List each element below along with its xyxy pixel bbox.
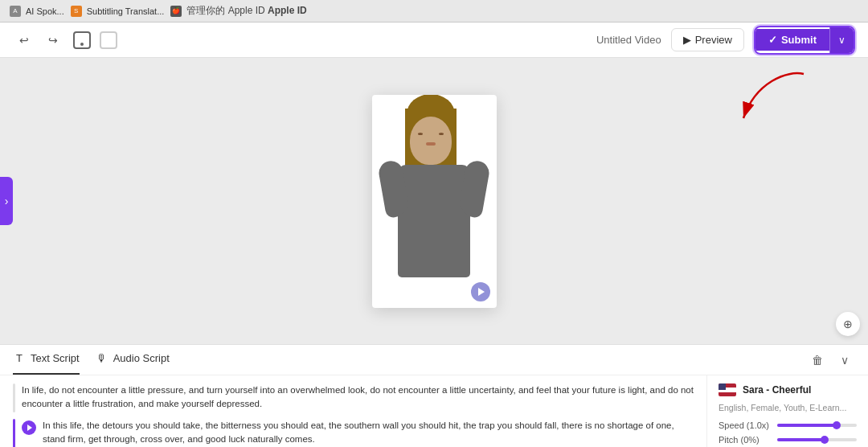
us-flag-icon <box>719 383 736 396</box>
main-area: ⊕ T Text Script 🎙 Audio Script 🗑 ∨ <box>0 58 868 447</box>
browser-tab-subtitle[interactable]: S Subtitling Translat... <box>71 6 165 17</box>
submit-button-group: ✓ Submit ∨ <box>754 26 855 55</box>
submit-dropdown-button[interactable]: ∨ <box>829 27 854 53</box>
speed-slider-thumb[interactable] <box>833 421 841 429</box>
tab-label-subtitle: Subtitling Translat... <box>87 6 165 16</box>
video-frame <box>372 95 497 308</box>
audio-script-label: Audio Script <box>113 352 170 364</box>
tab-text-script[interactable]: T Text Script <box>13 345 80 375</box>
speed-slider-track[interactable] <box>777 424 857 427</box>
script-line-indicator-1 <box>13 383 15 412</box>
voice-panel: Sara - Cheerful English, Female, Youth, … <box>707 375 868 447</box>
toolbar-right: Untitled Video ▶ Preview ✓ Submit ∨ <box>596 26 855 55</box>
submit-label: Submit <box>781 34 817 46</box>
pitch-slider-thumb[interactable] <box>821 436 829 444</box>
toolbar-left: ↩ ↪ <box>13 29 117 51</box>
script-text-area: In life, do not encounter a little press… <box>0 375 707 447</box>
submit-check-icon: ✓ <box>768 34 777 46</box>
tab-label-ai: AI Spok... <box>26 6 64 16</box>
zoom-icon: ⊕ <box>843 318 853 330</box>
avatar-head <box>410 117 452 165</box>
delete-script-button[interactable]: 🗑 <box>807 350 828 371</box>
play-line-2-button[interactable] <box>22 420 36 435</box>
preview-button[interactable]: ▶ Preview <box>671 28 744 51</box>
video-title: Untitled Video <box>596 34 661 46</box>
tab-audio-script[interactable]: 🎙 Audio Script <box>96 345 170 375</box>
redo-button[interactable]: ↪ <box>42 29 64 51</box>
pitch-slider-track[interactable] <box>777 438 857 441</box>
mobile-view-button[interactable] <box>71 29 93 51</box>
script-content: In life, do not encounter a little press… <box>0 375 868 447</box>
script-tabs-right: 🗑 ∨ <box>807 350 855 371</box>
speed-slider-fill <box>777 424 837 427</box>
script-line-1: In life, do not encounter a little press… <box>13 383 694 412</box>
voice-header: Sara - Cheerful <box>719 383 857 396</box>
canvas-area: ⊕ <box>0 58 868 344</box>
pitch-slider-fill <box>777 438 825 441</box>
browser-tab-appleid[interactable]: 🍎 管理你的 Apple ID Apple ID <box>170 4 306 18</box>
extra-view-button[interactable] <box>100 31 117 49</box>
text-script-icon: T <box>13 352 26 365</box>
expand-script-button[interactable]: ∨ <box>834 350 855 371</box>
avatar-body <box>398 165 470 277</box>
tab-favicon-ai: A <box>10 6 21 17</box>
tab-favicon-subtitle: S <box>71 6 82 17</box>
browser-tab-ai[interactable]: A AI Spok... <box>10 6 64 17</box>
script-tabs: T Text Script 🎙 Audio Script 🗑 ∨ <box>0 345 868 375</box>
script-text-2[interactable]: In this life, the detours you should tak… <box>43 419 694 447</box>
browser-bar: A AI Spok... S Subtitling Translat... 🍎 … <box>0 0 868 23</box>
voice-meta: English, Female, Youth, E-Learn... <box>719 403 857 412</box>
red-arrow-annotation <box>739 66 820 130</box>
pitch-label: Pitch (0%) <box>719 435 771 445</box>
pitch-slider-row: Pitch (0%) <box>719 435 857 445</box>
script-line-2: In this life, the detours you should tak… <box>13 419 694 447</box>
apple-id-label: 管理你的 Apple ID Apple ID <box>186 4 306 18</box>
undo-button[interactable]: ↩ <box>13 29 35 51</box>
toolbar: ↩ ↪ Untitled Video ▶ Preview ✓ Submit ∨ <box>0 23 868 58</box>
script-line-indicator-2 <box>13 419 15 447</box>
audio-script-icon: 🎙 <box>96 352 108 365</box>
left-panel-toggle[interactable] <box>0 177 13 225</box>
bottom-panel: T Text Script 🎙 Audio Script 🗑 ∨ In life… <box>0 344 868 447</box>
mobile-icon <box>73 31 91 49</box>
voice-name: Sara - Cheerful <box>743 384 811 396</box>
preview-play-icon: ▶ <box>683 34 691 46</box>
script-text-1[interactable]: In life, do not encounter a little press… <box>22 383 694 412</box>
preview-label: Preview <box>695 34 732 46</box>
video-play-button[interactable] <box>471 282 490 301</box>
avatar-figure <box>378 100 490 301</box>
tab-favicon-appleid: 🍎 <box>170 6 182 17</box>
speed-slider-row: Speed (1.0x) <box>719 420 857 430</box>
zoom-button[interactable]: ⊕ <box>836 312 860 336</box>
speed-label: Speed (1.0x) <box>719 420 771 430</box>
text-script-label: Text Script <box>31 352 80 364</box>
submit-button[interactable]: ✓ Submit <box>755 29 829 51</box>
